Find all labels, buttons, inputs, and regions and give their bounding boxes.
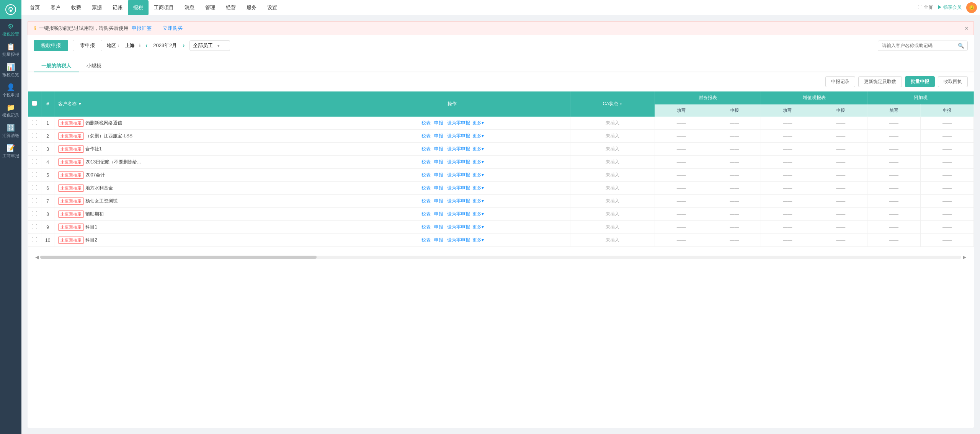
op-more-btn[interactable]: 更多▾ — [472, 211, 484, 217]
op-declare-btn[interactable]: 申报 — [434, 237, 443, 243]
sidebar-item-business-report[interactable]: 📝 工商年报 — [0, 141, 21, 161]
user-avatar[interactable]: 🙂 — [966, 2, 977, 13]
batch-declare-btn[interactable]: 批量申报 — [905, 76, 935, 87]
op-declare-btn[interactable]: 申报 — [434, 198, 443, 204]
nav-tax[interactable]: 报税 — [128, 0, 149, 15]
op-declare-btn[interactable]: 申报 — [434, 185, 443, 191]
select-all-checkbox[interactable] — [32, 101, 37, 106]
sidebar-item-tax-overview[interactable]: 📊 报税总览 — [0, 60, 21, 80]
op-declare-btn[interactable]: 申报 — [434, 172, 443, 178]
op-set-zero-btn[interactable]: 设为零申报 — [447, 133, 470, 139]
tab-small-scale[interactable]: 小规模 — [79, 60, 109, 72]
op-set-zero-btn[interactable]: 设为零申报 — [447, 159, 470, 165]
row-checkbox[interactable] — [32, 237, 37, 242]
row-vat-declare: —— — [921, 156, 974, 169]
row-checkbox[interactable] — [32, 211, 37, 216]
op-tax-table-btn[interactable]: 税表 — [421, 237, 431, 243]
op-declare-btn[interactable]: 申报 — [434, 224, 443, 230]
nav-invoice[interactable]: 票据 — [87, 0, 107, 15]
collect-return-btn[interactable]: 收取回执 — [938, 76, 968, 87]
tab-zero-declare[interactable]: 零申报 — [73, 40, 102, 51]
op-more-btn[interactable]: 更多▾ — [472, 185, 484, 191]
op-set-zero-btn[interactable]: 设为零申报 — [447, 146, 470, 152]
upgrade-btn[interactable]: ▶ 畅享会员 — [938, 4, 962, 11]
op-declare-btn[interactable]: 申报 — [434, 146, 443, 152]
op-tax-table-btn[interactable]: 税表 — [421, 211, 431, 217]
row-checkbox[interactable] — [32, 120, 37, 125]
table-row: 4 未更新核定2013日记账（不要删除给... 税表 申报 设为零申报 更多▾ … — [28, 156, 974, 169]
row-checkbox[interactable] — [32, 146, 37, 151]
row-num: 4 — [41, 156, 54, 169]
op-more-btn[interactable]: 更多▾ — [472, 198, 484, 204]
op-set-zero-btn[interactable]: 设为零申报 — [447, 185, 470, 191]
tab-general-taxpayer[interactable]: 一般的纳税人 — [34, 60, 79, 72]
nav-management[interactable]: 管理 — [200, 0, 220, 15]
op-more-btn[interactable]: 更多▾ — [472, 159, 484, 165]
row-checkbox[interactable] — [32, 133, 37, 138]
sidebar-item-tax-settings[interactable]: ⚙ 报税设置 — [0, 19, 21, 39]
fullscreen-btn[interactable]: ⛶ 全屏 — [918, 4, 933, 11]
row-checkbox[interactable] — [32, 172, 37, 177]
banner-link-declare[interactable]: 申报汇签 — [132, 25, 152, 32]
op-declare-btn[interactable]: 申报 — [434, 159, 443, 165]
op-tax-table-btn[interactable]: 税表 — [421, 198, 431, 204]
scroll-left-btn[interactable]: ◀ — [34, 255, 40, 260]
op-tax-table-btn[interactable]: 税表 — [421, 172, 431, 178]
op-more-btn[interactable]: 更多▾ — [472, 237, 484, 243]
op-declare-btn[interactable]: 申报 — [434, 211, 443, 217]
horizontal-scrollbar[interactable]: ◀ ▶ — [28, 253, 974, 261]
nav-settings[interactable]: 设置 — [262, 0, 283, 15]
op-tax-table-btn[interactable]: 税表 — [421, 120, 431, 126]
banner-close-btn[interactable]: ✕ — [964, 25, 969, 31]
op-more-btn[interactable]: 更多▾ — [472, 146, 484, 152]
staff-dropdown[interactable]: 全部员工 ▼ — [189, 40, 230, 51]
scroll-right-btn[interactable]: ▶ — [961, 255, 968, 260]
op-more-btn[interactable]: 更多▾ — [472, 172, 484, 178]
nav-operations[interactable]: 经营 — [220, 0, 241, 15]
op-set-zero-btn[interactable]: 设为零申报 — [447, 224, 470, 230]
op-set-zero-btn[interactable]: 设为零申报 — [447, 211, 470, 217]
row-checkbox[interactable] — [32, 224, 37, 229]
search-button[interactable]: 🔍 — [955, 41, 967, 51]
nav-home[interactable]: 首页 — [24, 0, 45, 15]
op-set-zero-btn[interactable]: 设为零申报 — [447, 237, 470, 243]
nav-messages[interactable]: 消息 — [179, 0, 200, 15]
sidebar-item-calc-clear[interactable]: 🔢 汇算清缴 — [0, 121, 21, 141]
nav-clients[interactable]: 客户 — [45, 0, 66, 15]
nav-accounting[interactable]: 记账 — [107, 0, 128, 15]
app-logo[interactable] — [0, 0, 21, 19]
sidebar-item-personal-tax[interactable]: 👤 个税申报 — [0, 80, 21, 100]
search-input[interactable] — [878, 41, 955, 50]
op-tax-table-btn[interactable]: 税表 — [421, 159, 431, 165]
op-declare-btn[interactable]: 申报 — [434, 120, 443, 126]
date-prev-btn[interactable]: ‹ — [145, 42, 147, 49]
op-tax-table-btn[interactable]: 税表 — [421, 146, 431, 152]
row-ca-status: 未插入 — [570, 143, 655, 156]
tab-tax-declare[interactable]: 税款申报 — [34, 40, 68, 51]
nav-business[interactable]: 工商项目 — [149, 0, 179, 15]
op-tax-table-btn[interactable]: 税表 — [421, 224, 431, 230]
nav-services[interactable]: 服务 — [241, 0, 262, 15]
op-declare-btn[interactable]: 申报 — [434, 133, 443, 139]
op-set-zero-btn[interactable]: 设为零申报 — [447, 172, 470, 178]
sidebar-item-batch-tax[interactable]: 📋 批量报税 — [0, 39, 21, 60]
update-finalize-btn[interactable]: 更新统定及取数 — [858, 76, 902, 87]
op-tax-table-btn[interactable]: 税表 — [421, 185, 431, 191]
op-more-btn[interactable]: 更多▾ — [472, 224, 484, 230]
op-set-zero-btn[interactable]: 设为零申报 — [447, 120, 470, 126]
date-next-btn[interactable]: › — [183, 42, 185, 49]
op-more-btn[interactable]: 更多▾ — [472, 120, 484, 126]
tag-unset: 未更新核定 — [58, 119, 84, 127]
op-set-zero-btn[interactable]: 设为零申报 — [447, 198, 470, 204]
sidebar-item-tax-records[interactable]: 📁 报税记录 — [0, 100, 21, 121]
op-more-btn[interactable]: 更多▾ — [472, 133, 484, 139]
nav-billing[interactable]: 收费 — [66, 0, 87, 15]
scroll-track[interactable] — [40, 256, 961, 259]
row-checkbox[interactable] — [32, 198, 37, 203]
row-checkbox[interactable] — [32, 185, 37, 190]
op-tax-table-btn[interactable]: 税表 — [421, 133, 431, 139]
declare-records-btn[interactable]: 申报记录 — [825, 76, 855, 87]
banner-link-buy[interactable]: 立即购买 — [163, 25, 183, 32]
row-checkbox[interactable] — [32, 159, 37, 164]
row-checkbox-cell — [28, 182, 41, 195]
